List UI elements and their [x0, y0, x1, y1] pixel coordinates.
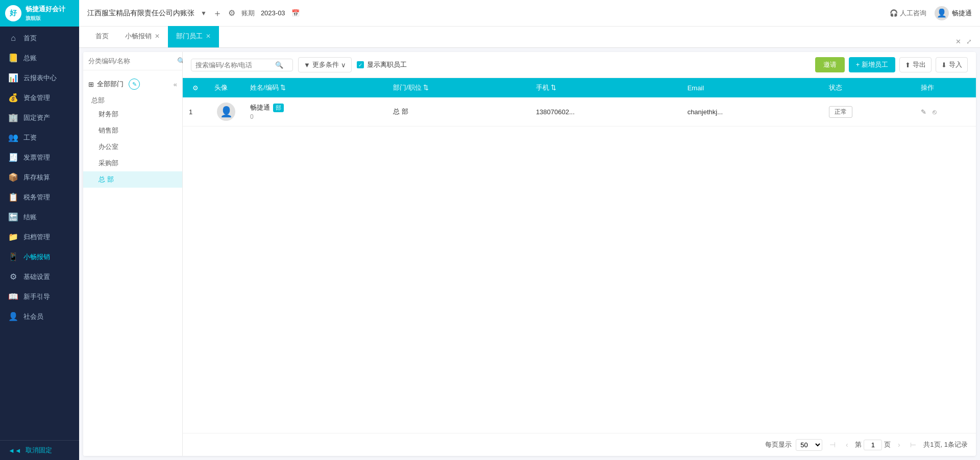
page-input[interactable]: [864, 440, 882, 450]
logout-button[interactable]: ⎋: [933, 108, 937, 116]
add-company-button[interactable]: ＋: [213, 7, 222, 19]
sidebar-item-tax[interactable]: 📋 税务管理: [0, 187, 79, 207]
invite-button[interactable]: 邀请: [815, 57, 845, 72]
topbar-settings-icon[interactable]: ⚙: [228, 8, 235, 18]
service-button[interactable]: 🎧 人工咨询: [890, 9, 926, 18]
employee-search-input[interactable]: [195, 61, 272, 69]
dept-item-purchase[interactable]: 采购部: [83, 155, 182, 171]
dept-item-office[interactable]: 办公室: [83, 139, 182, 155]
employee-table: ⚙ 头像 姓名/编码 ⇅ 部门/职位 ⇅ 手机 ⇅ Email: [183, 78, 976, 126]
sidebar-item-label: 归档管理: [23, 233, 50, 242]
user-name: 畅捷通: [952, 9, 972, 18]
company-dropdown-icon[interactable]: ▼: [201, 10, 207, 17]
col-status: 状态: [823, 78, 915, 97]
tab-dept-employee-close[interactable]: ✕: [206, 33, 211, 40]
add-employee-button[interactable]: + 新增员工: [849, 57, 895, 72]
sidebar-item-reports[interactable]: 📊 云报表中心: [0, 68, 79, 88]
sidebar-item-archive[interactable]: 📁 归档管理: [0, 227, 79, 247]
dept-collapse-icon[interactable]: «: [174, 81, 177, 88]
toolbar-right: 邀请 + 新增员工 ⬆ 导出 ⬇ 导入: [815, 57, 968, 72]
sidebar-logo: 好 畅捷通好会计 旗舰版: [0, 0, 79, 27]
tab-home[interactable]: 首页: [87, 26, 117, 47]
closing-icon: 🔚: [8, 212, 18, 222]
sidebar-item-label: 库存核算: [23, 173, 50, 182]
calendar-icon[interactable]: 📅: [291, 9, 300, 17]
first-page-button[interactable]: ⊣: [826, 439, 839, 451]
col-dept[interactable]: 部门/职位 ⇅: [387, 78, 530, 97]
tab-xiaochang-close[interactable]: ✕: [155, 33, 160, 40]
dept-item-general[interactable]: 总 部: [83, 171, 182, 188]
expand-icon[interactable]: ⤢: [966, 38, 972, 45]
col-name[interactable]: 姓名/编码 ⇅: [244, 78, 387, 97]
cancel-pin-label: 取消固定: [26, 446, 52, 455]
search-icon[interactable]: 🔍: [275, 61, 283, 69]
sidebar-item-xiaochang[interactable]: 📱 小畅报销: [0, 247, 79, 267]
logo-subtitle: 旗舰版: [26, 15, 65, 22]
all-dept-button[interactable]: ⊞ 全部部门 ✎ «: [83, 74, 182, 94]
sidebar-item-member[interactable]: 👤 社会员: [0, 306, 79, 326]
dept-item-finance[interactable]: 财务部: [83, 106, 182, 122]
dept-search-input[interactable]: [88, 57, 174, 65]
edit-button[interactable]: ✎: [921, 108, 926, 116]
row-avatar-cell: 👤: [208, 97, 244, 126]
sidebar-item-label: 结账: [23, 213, 37, 222]
close-tab-icon[interactable]: ✕: [955, 38, 961, 45]
col-email: Email: [681, 78, 823, 97]
left-panel: 🔍 ⊞ 全部部门 ✎ « 总部 财务部 销售部 办公室 采购部 总 部: [83, 52, 183, 456]
dept-item-sales[interactable]: 销售部: [83, 122, 182, 139]
sidebar-item-label: 税务管理: [23, 193, 50, 202]
sidebar-item-inventory[interactable]: 📦 库存核算: [0, 167, 79, 187]
dept-edit-button[interactable]: ✎: [129, 79, 140, 90]
user-menu[interactable]: 👤 畅捷通: [935, 6, 972, 20]
employee-avatar: 👤: [217, 103, 235, 121]
logo-title: 畅捷通好会计: [26, 5, 65, 14]
home-icon: ⌂: [8, 34, 18, 43]
col-phone[interactable]: 手机 ⇅: [530, 78, 681, 97]
right-panel: 🔍 ▼ 更多条件 ∨ ✓ 显示离职员工 邀请 + 新增员工 ⬆ 导出: [183, 52, 976, 456]
cancel-pin-button[interactable]: ◄◄ 取消固定: [0, 440, 79, 460]
sidebar-item-salary[interactable]: 👥 工资: [0, 127, 79, 147]
tab-dept-employee[interactable]: 部门员工 ✕: [168, 26, 219, 47]
next-page-button[interactable]: ›: [893, 439, 905, 451]
status-badge: 正常: [829, 106, 852, 118]
xiaochang-icon: 📱: [8, 252, 18, 262]
import-button[interactable]: ⬇ 导入: [936, 57, 968, 72]
col-settings[interactable]: ⚙: [183, 78, 208, 97]
employee-toolbar: 🔍 ▼ 更多条件 ∨ ✓ 显示离职员工 邀请 + 新增员工 ⬆ 导出: [183, 52, 976, 78]
sidebar-item-guide[interactable]: 📖 新手引导: [0, 287, 79, 306]
content-area: 🔍 ⊞ 全部部门 ✎ « 总部 财务部 销售部 办公室 采购部 总 部: [83, 52, 976, 456]
export-label: 导出: [913, 60, 926, 69]
tabbar: 首页 小畅报销 ✕ 部门员工 ✕ ✕ ⤢: [79, 27, 980, 48]
last-page-button[interactable]: ⊢: [907, 439, 919, 451]
sidebar-item-home[interactable]: ⌂ 首页: [0, 29, 79, 48]
sidebar-item-assets[interactable]: 🏢 固定资产: [0, 108, 79, 127]
prev-page-button[interactable]: ‹: [841, 439, 853, 451]
show-resigned-checkbox[interactable]: ✓: [357, 61, 364, 68]
sidebar-item-closing[interactable]: 🔚 结账: [0, 207, 79, 227]
per-page-label: 每页显示: [765, 440, 792, 449]
sidebar-item-label: 固定资产: [23, 113, 50, 122]
sidebar-item-invoice[interactable]: 🧾 发票管理: [0, 147, 79, 167]
col-name-label: 姓名/编码: [250, 84, 279, 91]
employee-table-wrap: ⚙ 头像 姓名/编码 ⇅ 部门/职位 ⇅ 手机 ⇅ Email: [183, 78, 976, 433]
sidebar-item-label: 新手引导: [23, 292, 50, 301]
filter-button[interactable]: ▼ 更多条件 ∨: [298, 57, 352, 72]
guide-icon: 📖: [8, 292, 18, 301]
export-button[interactable]: ⬆ 导出: [899, 57, 932, 72]
sidebar-item-funds[interactable]: 💰 资金管理: [0, 88, 79, 108]
inventory-icon: 📦: [8, 172, 18, 182]
col-dept-label: 部门/职位: [393, 84, 422, 91]
main-area: 江西服宝精品有限责任公司内账张 ▼ ＋ ⚙ 账期 2023-03 📅 🎧 人工咨…: [79, 0, 980, 460]
topbar: 江西服宝精品有限责任公司内账张 ▼ ＋ ⚙ 账期 2023-03 📅 🎧 人工咨…: [79, 0, 980, 27]
sidebar-item-ledger[interactable]: 📒 总账: [0, 48, 79, 68]
tab-xiaochang-label: 小畅报销: [125, 32, 152, 41]
invoice-icon: 🧾: [8, 152, 18, 162]
period-value: 2023-03: [261, 9, 285, 17]
per-page-select[interactable]: 50 20 100: [796, 439, 822, 451]
filter-icon: ▼: [304, 61, 310, 69]
tab-xiaochang[interactable]: 小畅报销 ✕: [117, 26, 168, 47]
show-resigned-toggle[interactable]: ✓ 显示离职员工: [357, 60, 407, 69]
import-label: 导入: [949, 60, 962, 69]
sidebar-item-settings[interactable]: ⚙ 基础设置: [0, 267, 79, 287]
filter-chevron-icon: ∨: [341, 61, 346, 69]
